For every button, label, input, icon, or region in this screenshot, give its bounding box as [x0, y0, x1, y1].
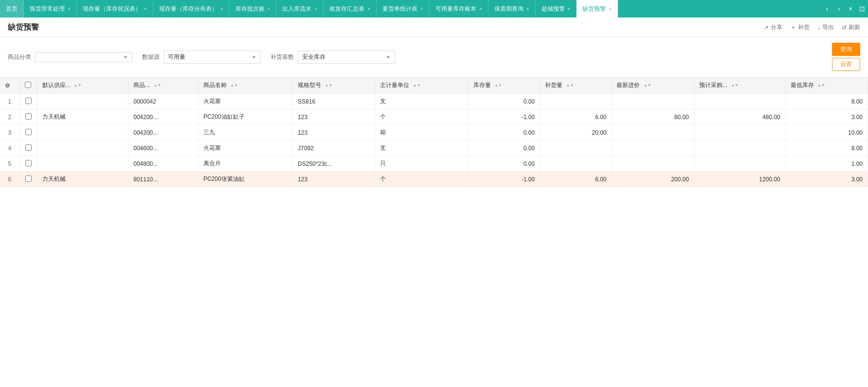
table-container: ⚙ 默认供应... ▲▼ 商品... ▲▼ 商品名称 [0, 77, 868, 187]
tab-home[interactable]: 首页 [0, 0, 24, 18]
col-spec: 规格型号 ▲▼ [293, 77, 375, 94]
export-btn[interactable]: ↓ 导出 [817, 23, 834, 32]
tab-inventory-dist-close[interactable]: × [220, 6, 223, 12]
sort-icon-replenish-qty[interactable]: ▲▼ [566, 83, 574, 88]
row-latest-price-4 [612, 156, 694, 172]
row-check-input-5[interactable] [25, 176, 32, 182]
tab-bar: 首页 拣货异常处理 × 现存量（库存状况表） × 现存量（库存分布表） × 库存… [0, 0, 868, 18]
share-btn[interactable]: ↗ 分享 [764, 23, 782, 32]
sort-icon-stock-qty[interactable]: ▲▼ [494, 83, 502, 88]
tab-overstock-label: 超储预警 [542, 5, 565, 13]
tab-expiry-query-label: 保质期查询 [494, 5, 524, 13]
tab-stock-anomaly-label: 拣货异常处理 [30, 5, 65, 13]
share-icon: ↗ [764, 24, 769, 31]
row-num-2: 3 [0, 125, 19, 141]
row-spec-4: DS250*23c... [293, 156, 375, 172]
col-product-code-label: 商品... [133, 82, 150, 88]
main-content: 缺货预警 ↗ 分享 ＋ 补货 ↓ 导出 ↺ 刷新 商品分类 [0, 18, 868, 387]
sort-icon-unit[interactable]: ▲▼ [413, 83, 421, 88]
row-stock-qty-5: -1.00 [468, 172, 540, 187]
tab-inventory-status-close[interactable]: × [144, 6, 147, 12]
datasource-select[interactable]: 可用量 ▼ [163, 51, 261, 64]
replenish-btn[interactable]: ＋ 补货 [790, 23, 810, 32]
tab-requisition-stat-close[interactable]: × [420, 6, 423, 12]
tab-maximize-btn[interactable]: ⊡ [856, 5, 868, 13]
tab-shortage-close[interactable]: × [609, 6, 612, 12]
tab-overstock[interactable]: 超储预警 × [536, 0, 577, 18]
row-spec-5: 123 [293, 172, 375, 187]
row-replenish-qty-3 [540, 141, 612, 156]
row-checkbox-1[interactable] [19, 109, 37, 125]
row-checkbox-2[interactable] [19, 125, 37, 141]
tab-requisition-stat-label: 要货单统计表 [382, 5, 417, 13]
category-select[interactable]: ▼ [35, 52, 132, 62]
row-unit-2: 箱 [375, 125, 468, 141]
query-button[interactable]: 查询 [832, 43, 860, 56]
tab-prev-btn[interactable]: ‹ [821, 5, 833, 13]
tab-batch-account-close[interactable]: × [268, 6, 271, 12]
row-replenish-qty-2: 20.00 [540, 125, 612, 141]
row-unit-1: 个 [375, 109, 468, 125]
row-spec-0: SS816 [293, 94, 375, 109]
col-spec-label: 规格型号 [298, 82, 321, 88]
sort-icon-product-code[interactable]: ▲▼ [154, 83, 162, 88]
tab-available-ledger[interactable]: 可用量库存账本 × [430, 0, 488, 18]
filter-actions: 查询 设置 [832, 43, 860, 71]
sort-icon-default-supplier[interactable]: ▲▼ [74, 83, 82, 88]
col-est-purchase: 预计采购... ▲▼ [694, 77, 785, 94]
tab-inventory-status[interactable]: 现存量（库存状况表） × [77, 0, 153, 18]
col-unit: 主计量单位 ▲▼ [375, 77, 468, 94]
tab-inout-flow[interactable]: 出入库流水 × [276, 0, 324, 18]
tab-shortage[interactable]: 缺货预警 × [577, 0, 618, 18]
row-checkbox-0[interactable] [19, 94, 37, 109]
tab-batch-account[interactable]: 库存批次账 × [230, 0, 277, 18]
settings-button[interactable]: 设置 [832, 58, 860, 71]
sort-icon-min-stock[interactable]: ▲▼ [817, 83, 825, 88]
tab-overstock-close[interactable]: × [568, 6, 571, 12]
row-checkbox-4[interactable] [19, 156, 37, 172]
page-header: 缺货预警 ↗ 分享 ＋ 补货 ↓ 导出 ↺ 刷新 [0, 18, 868, 37]
tab-inventory-dist[interactable]: 现存量（库存分布表） × [153, 0, 230, 18]
row-num-0: 1 [0, 94, 19, 109]
select-all-checkbox[interactable] [25, 82, 31, 88]
sort-icon-latest-price[interactable]: ▲▼ [644, 83, 651, 88]
row-est-purchase-0 [694, 94, 785, 109]
row-product-name-0: 火花塞 [198, 94, 292, 109]
tab-close-others-btn[interactable]: × [845, 5, 856, 13]
row-checkbox-5[interactable] [19, 172, 37, 187]
row-num-5: 6 [0, 172, 19, 187]
row-check-input-0[interactable] [25, 98, 32, 104]
tab-receipt-summary[interactable]: 收发存汇总表 × [324, 0, 377, 18]
category-select-arrow: ▼ [123, 54, 128, 60]
row-check-input-1[interactable] [25, 113, 32, 120]
sort-icon-est-purchase[interactable]: ▲▼ [731, 83, 739, 88]
table-row: 4 004600... 火花塞 J7092 支 0.00 8.00 [0, 141, 868, 156]
tab-next-btn[interactable]: › [833, 5, 845, 13]
row-check-input-4[interactable] [25, 160, 32, 166]
row-checkbox-3[interactable] [19, 141, 37, 156]
export-label: 导出 [822, 23, 834, 32]
tab-receipt-summary-close[interactable]: × [367, 6, 370, 12]
tab-stock-anomaly-close[interactable]: × [68, 6, 71, 12]
tab-stock-anomaly[interactable]: 拣货异常处理 × [24, 0, 77, 18]
refresh-btn[interactable]: ↺ 刷新 [842, 23, 860, 32]
page-title: 缺货预警 [8, 22, 39, 33]
row-check-input-3[interactable] [25, 144, 32, 151]
tab-expiry-query-close[interactable]: × [526, 6, 529, 12]
tab-nav-buttons: ‹ › × ⊡ [821, 5, 868, 13]
tab-available-ledger-close[interactable]: × [479, 6, 482, 12]
col-unit-label: 主计量单位 [380, 82, 409, 88]
tab-batch-account-label: 库存批次账 [235, 5, 265, 13]
tab-inout-flow-close[interactable]: × [314, 6, 317, 12]
replenish-basis-select[interactable]: 安全库存 ▼ [298, 51, 395, 64]
row-latest-price-5: 200.00 [612, 172, 694, 187]
tab-inout-flow-label: 出入库流水 [282, 5, 311, 13]
gear-icon[interactable]: ⚙ [5, 82, 10, 89]
tab-requisition-stat[interactable]: 要货单统计表 × [377, 0, 430, 18]
sort-icon-product-name[interactable]: ▲▼ [230, 83, 238, 88]
row-check-input-2[interactable] [25, 129, 32, 135]
row-product-name-4: 离合片 [198, 156, 292, 172]
sort-icon-spec[interactable]: ▲▼ [325, 83, 332, 88]
tab-expiry-query[interactable]: 保质期查询 × [488, 0, 536, 18]
row-unit-4: 只 [375, 156, 468, 172]
